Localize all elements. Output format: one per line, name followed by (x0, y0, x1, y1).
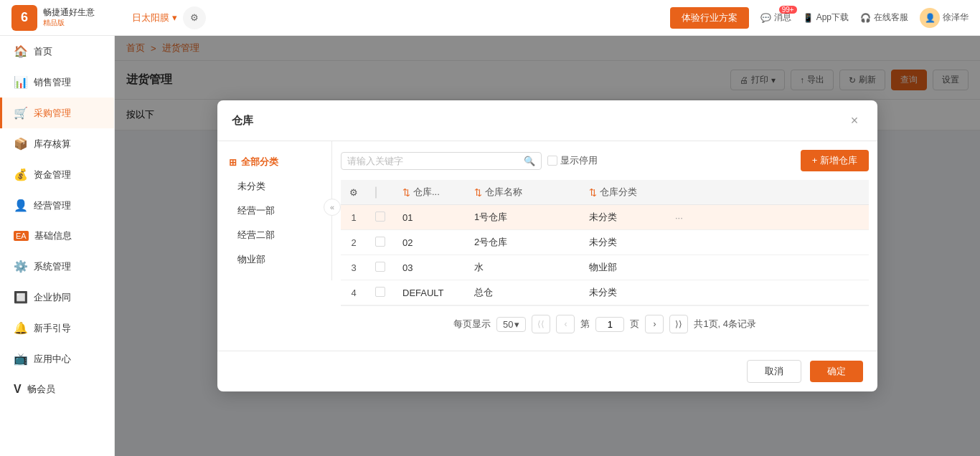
sidebar-item-operation[interactable]: 👤 经营管理 (0, 190, 114, 221)
category-sort-icon[interactable]: ⇅ (589, 187, 597, 198)
category-item-unclassified[interactable]: 未分类 (217, 174, 331, 199)
show-disabled-toggle[interactable]: 显示停用 (547, 154, 598, 167)
sidebar-item-home[interactable]: 🏠 首页 (0, 36, 114, 67)
td-row-settings-4: 4 (341, 280, 367, 305)
td-row-settings-3: 3 (341, 255, 367, 280)
modal-overlay: 仓库 × ⊞ 全部分类 未分类 经营一部 经营 (115, 36, 980, 456)
th-checkbox (367, 180, 394, 205)
row-checkbox-1[interactable] (375, 212, 385, 222)
online-service-item[interactable]: 🎧 在线客服 (860, 11, 908, 24)
pagination: 每页显示 50 ▾ ⟨⟨ ‹ 第 页 › ⟩⟩ (341, 305, 869, 342)
store-selector[interactable]: 日太阳膜 ▾ (126, 9, 183, 27)
sidebar-item-enterprise[interactable]: 🔲 企业协同 (0, 282, 114, 313)
td-code-4: DEFAULT (394, 280, 466, 305)
sidebar-item-guide[interactable]: 🔔 新手引导 (0, 313, 114, 343)
td-num-2 (367, 230, 394, 255)
warehouse-table: ⚙ ⇅ 仓库... (341, 180, 869, 305)
sidebar-item-finance[interactable]: 💰 资金管理 (0, 159, 114, 190)
sidebar-item-inventory[interactable]: 📦 库存核算 (0, 128, 114, 159)
row-checkbox-2[interactable] (375, 237, 385, 247)
td-more-2 (666, 230, 869, 255)
table-header-row: ⚙ ⇅ 仓库... (341, 180, 869, 205)
settings-button[interactable]: ⚙ (183, 6, 206, 29)
table-body: 1 01 1号仓库 未分类 ··· (341, 205, 869, 305)
td-more-1: ··· (666, 205, 869, 230)
table-panel: 🔍 显示停用 + 新增仓库 (332, 141, 877, 351)
confirm-button[interactable]: 确定 (810, 361, 863, 382)
table-container: ⚙ ⇅ 仓库... (341, 180, 869, 305)
search-input-wrap: 🔍 (341, 152, 542, 170)
app-edition: 精品版 (43, 18, 95, 28)
row-checkbox-4[interactable] (375, 287, 385, 297)
finance-icon: 💰 (14, 168, 28, 181)
app-download-item[interactable]: 📱 App下载 (803, 11, 849, 24)
logo-area: 6 畅捷通好生意 精品版 (11, 5, 126, 31)
table-row[interactable]: 2 02 2号仓库 未分类 (341, 230, 869, 255)
sidebar-item-base[interactable]: EA 基础信息 (0, 221, 114, 251)
column-settings-icon[interactable]: ⚙ (349, 187, 358, 198)
page-next-button[interactable]: › (645, 315, 664, 333)
category-item-dept2[interactable]: 经营二部 (217, 223, 331, 247)
table-row[interactable]: 1 01 1号仓库 未分类 ··· (341, 205, 869, 230)
category-panel: ⊞ 全部分类 未分类 经营一部 经营二部 物业部 (217, 141, 332, 280)
message-icon: 💬 (760, 13, 771, 23)
phone-icon: 📱 (803, 13, 814, 23)
modal-title: 仓库 (232, 114, 253, 128)
guide-icon: 🔔 (14, 321, 28, 335)
cancel-button[interactable]: 取消 (747, 360, 801, 383)
td-code-2: 02 (394, 230, 466, 255)
td-code-1: 01 (394, 205, 466, 230)
notification-item[interactable]: 💬 消息 99+ (760, 11, 791, 24)
td-category-1: 未分类 (580, 205, 666, 230)
category-item-property[interactable]: 物业部 (217, 247, 331, 272)
show-disabled-checkbox[interactable] (547, 156, 557, 166)
page-first-button[interactable]: ⟨⟨ (532, 315, 550, 333)
search-input[interactable] (347, 156, 521, 166)
category-collapse-button[interactable]: « (324, 199, 341, 216)
th-settings: ⚙ (341, 180, 367, 205)
purchase-icon: 🛒 (14, 106, 28, 120)
category-panel-wrapper: ⊞ 全部分类 未分类 经营一部 经营二部 物业部 « (217, 141, 332, 351)
sidebar-item-appcenter[interactable]: 📺 应用中心 (0, 343, 114, 374)
page-last-button[interactable]: ⟩⟩ (669, 315, 688, 333)
td-num-4 (367, 280, 394, 305)
td-category-4: 未分类 (580, 280, 666, 305)
page-prev-button[interactable]: ‹ (556, 315, 575, 333)
sidebar-item-purchase[interactable]: 🛒 采购管理 (0, 98, 114, 128)
code-sort-icon[interactable]: ⇅ (402, 187, 410, 198)
table-row[interactable]: 4 DEFAULT 总仓 未分类 (341, 280, 869, 305)
try-industry-button[interactable]: 体验行业方案 (670, 7, 749, 29)
page-size-selector[interactable]: 50 ▾ (496, 317, 526, 332)
td-name-4: 总仓 (466, 280, 580, 305)
td-num-3 (367, 255, 394, 280)
sidebar-item-system[interactable]: ⚙️ 系统管理 (0, 251, 114, 282)
appcenter-icon: 📺 (14, 352, 28, 366)
page-number-input[interactable] (595, 317, 624, 332)
name-sort-icon[interactable]: ⇅ (474, 187, 482, 198)
row-more-icon-1[interactable]: ··· (675, 212, 683, 223)
table-toolbar: 🔍 显示停用 + 新增仓库 (341, 150, 869, 171)
td-name-1: 1号仓库 (466, 205, 580, 230)
sidebar-item-vip[interactable]: V 畅会员 (0, 374, 114, 404)
table-row[interactable]: 3 03 水 物业部 (341, 255, 869, 280)
td-num-1 (367, 205, 394, 230)
search-icon[interactable]: 🔍 (524, 156, 535, 166)
pagination-total: 共1页, 4条记录 (694, 318, 756, 331)
th-category: ⇅ 仓库分类 (580, 180, 666, 205)
user-profile-item[interactable]: 👤 徐泽华 (920, 8, 969, 28)
row-checkbox-3[interactable] (375, 262, 385, 272)
sidebar-item-sales[interactable]: 📊 销售管理 (0, 67, 114, 98)
modal-footer: 取消 确定 (217, 351, 877, 391)
td-name-2: 2号仓库 (466, 230, 580, 255)
grid-icon: ⊞ (229, 157, 237, 168)
category-all[interactable]: ⊞ 全部分类 (217, 150, 331, 174)
header-checkbox[interactable] (375, 186, 377, 199)
td-code-3: 03 (394, 255, 466, 280)
modal-close-button[interactable]: × (846, 112, 863, 129)
notification-badge: 99+ (779, 6, 797, 14)
page-size-dropdown-icon: ▾ (514, 319, 519, 330)
td-row-settings-1: 1 (341, 205, 367, 230)
td-more-3 (666, 255, 869, 280)
new-warehouse-button[interactable]: + 新增仓库 (801, 150, 869, 171)
category-item-dept1[interactable]: 经营一部 (217, 199, 331, 223)
